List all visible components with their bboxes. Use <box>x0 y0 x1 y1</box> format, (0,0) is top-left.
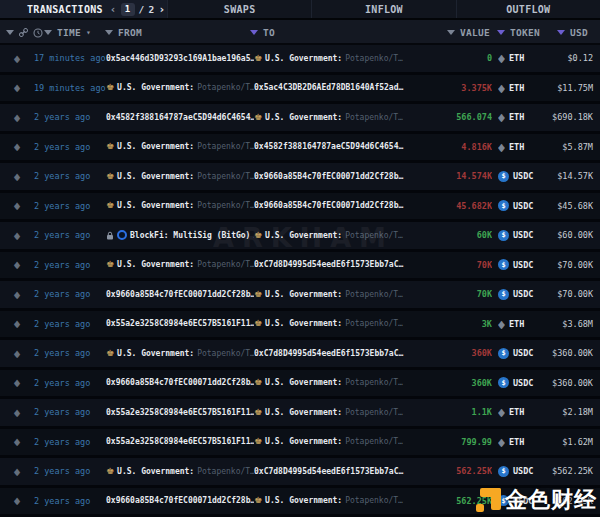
table-row[interactable]: ◆2 years ago♚U.S. Government:Potapenko/T… <box>0 252 600 282</box>
tx-time[interactable]: 2 years ago <box>34 496 106 506</box>
tx-from[interactable]: ♚U.S. Government:Potapenko/T… <box>106 142 254 151</box>
col-to[interactable]: TO <box>250 20 275 45</box>
tx-from[interactable]: ♚U.S. Government:Potapenko/T… <box>106 172 254 181</box>
table-row[interactable]: ◆2 years ago0x55a2e3258C8984e6EC57B5161F… <box>0 311 600 341</box>
tx-to[interactable]: 0xC7d8D4995d54eedE6f1573Ebb7aC… <box>254 349 438 358</box>
tx-time[interactable]: 2 years ago <box>34 260 106 270</box>
tx-to[interactable]: ♚U.S. Government:Potapenko/T… <box>254 231 438 240</box>
filter-icon[interactable] <box>6 30 14 35</box>
table-row[interactable]: ◆2 years ago0x9660a85B4c70fEC00071dd2Cf2… <box>0 488 600 517</box>
table-row[interactable]: ◆17 minutes ago0x5ac446d3D93293c169A1bae… <box>0 45 600 75</box>
tx-value: 60K <box>438 230 492 240</box>
clock-icon[interactable] <box>33 28 43 38</box>
tx-time[interactable]: 2 years ago <box>34 378 106 388</box>
table-row[interactable]: ◆19 minutes ago♚U.S. Government:Potapenk… <box>0 75 600 105</box>
tx-to[interactable]: ♚U.S. Government:Potapenko/T… <box>254 437 438 446</box>
tab-outflow[interactable]: OUTFLOW <box>457 0 600 18</box>
table-row[interactable]: ◆2 years ago♚U.S. Government:Potapenko/T… <box>0 458 600 488</box>
token-label: ETH <box>509 83 524 93</box>
col-value[interactable]: VALUE <box>447 20 490 45</box>
table-row[interactable]: ◆2 years ago0x9660a85B4c70fEC00071dd2Cf2… <box>0 370 600 400</box>
table-row[interactable]: ◆2 years ago♚U.S. Government:Potapenko/T… <box>0 340 600 370</box>
col-token[interactable]: TOKEN <box>497 20 540 45</box>
value-filter-icon[interactable] <box>447 30 455 35</box>
tx-to[interactable]: 0xC7d8D4995d54eedE6f1573Ebb7aC… <box>254 467 438 476</box>
tx-time[interactable]: 2 years ago <box>34 230 106 240</box>
tx-time[interactable]: 2 years ago <box>34 112 106 122</box>
tx-time[interactable]: 2 years ago <box>34 407 106 417</box>
tx-from[interactable]: 0x55a2e3258C8984e6EC57B5161F11… <box>106 319 254 328</box>
token-label: ETH <box>509 112 524 122</box>
tx-to[interactable]: 0xC7d8D4995d54eedE6f1573Ebb7aC… <box>254 260 438 269</box>
page-next-icon[interactable]: › <box>159 3 166 16</box>
table-row[interactable]: ◆2 years ago0x55a2e3258C8984e6EC57B5161F… <box>0 429 600 459</box>
table-row[interactable]: ◆2 years ago♚U.S. Government:Potapenko/T… <box>0 134 600 164</box>
tx-to[interactable]: ♚U.S. Government:Potapenko/T… <box>254 496 438 505</box>
ethereum-chain-icon: ◆ <box>14 172 20 181</box>
tx-from[interactable]: 0x5ac446d3D93293c169A1bae196a5… <box>106 54 254 63</box>
tx-time[interactable]: 17 minutes ago <box>34 53 106 63</box>
tab-transactions[interactable]: TRANSACTIONS ‹ 1 / 2 › <box>0 0 168 18</box>
tx-from[interactable]: 0x4582f388164787aeC5D94d6C4654… <box>106 113 254 122</box>
tx-time[interactable]: 2 years ago <box>34 466 106 476</box>
tx-from[interactable]: 0x55a2e3258C8984e6EC57B5161F11… <box>106 437 254 446</box>
tx-from[interactable]: ♚U.S. Government:Potapenko/T… <box>106 201 254 210</box>
eth-token-icon: ◆ <box>498 407 505 417</box>
tx-from[interactable]: 0x55a2e3258C8984e6EC57B5161F11… <box>106 408 254 417</box>
tx-value: 562.25K <box>438 466 492 476</box>
sort-caret-icon[interactable]: ▾ <box>86 28 91 37</box>
from-name: U.S. Government: <box>117 349 194 358</box>
tx-from[interactable]: 0x9660a85B4c70fEC00071dd2Cf28b… <box>106 290 254 299</box>
tx-to[interactable]: 0x9660a85B4c70fEC00071dd2Cf28b… <box>254 201 438 210</box>
token-filter-icon[interactable] <box>497 30 505 35</box>
tx-time[interactable]: 19 minutes ago <box>34 83 106 93</box>
time-filter-icon[interactable] <box>44 30 52 35</box>
link-icon[interactable] <box>19 28 28 37</box>
tx-from[interactable]: ♚U.S. Government:Potapenko/T… <box>106 83 254 92</box>
usdc-token-icon: $ <box>498 171 509 182</box>
tx-to[interactable]: ♚U.S. Government:Potapenko/T… <box>254 378 438 387</box>
table-row[interactable]: ◆2 years ago♚U.S. Government:Potapenko/T… <box>0 163 600 193</box>
tx-time[interactable]: 2 years ago <box>34 142 106 152</box>
table-row[interactable]: ◆2 years ago0x9660a85B4c70fEC00071dd2Cf2… <box>0 281 600 311</box>
tx-from[interactable]: BlockFi: MultiSig (BitGo)… <box>106 230 254 240</box>
tx-time[interactable]: 2 years ago <box>34 348 106 358</box>
tx-from[interactable]: 0x9660a85B4c70fEC00071dd2Cf28b… <box>106 378 254 387</box>
to-name: 0x9660a85B4c70fEC00071dd2Cf28b… <box>254 201 403 210</box>
to-subname: Potapenko/T… <box>345 54 403 63</box>
page-current[interactable]: 1 <box>121 3 135 16</box>
tx-from[interactable]: 0x9660a85B4c70fEC00071dd2Cf28b… <box>106 496 254 505</box>
ethereum-chain-icon: ◆ <box>14 319 20 328</box>
tx-to[interactable]: ♚U.S. Government:Potapenko/T… <box>254 408 438 417</box>
table-row[interactable]: ◆2 years ago♚U.S. Government:Potapenko/T… <box>0 193 600 223</box>
usd-filter-icon[interactable] <box>557 30 565 35</box>
table-row[interactable]: ◆2 years ago0x4582f388164787aeC5D94d6C46… <box>0 104 600 134</box>
col-from[interactable]: FROM <box>105 20 142 45</box>
tx-to[interactable]: 0x4582f388164787aeC5D94d6C4654… <box>254 142 438 151</box>
tab-swaps[interactable]: SWAPS <box>168 0 312 18</box>
table-row[interactable]: ◆2 years ago0x55a2e3258C8984e6EC57B5161F… <box>0 399 600 429</box>
page-prev-icon[interactable]: ‹ <box>110 3 117 16</box>
tx-time[interactable]: 2 years ago <box>34 289 106 299</box>
col-usd[interactable]: USD <box>557 20 588 45</box>
tx-to[interactable]: ♚U.S. Government:Potapenko/T… <box>254 54 438 63</box>
tx-time[interactable]: 2 years ago <box>34 201 106 211</box>
tx-usd: $60.00K <box>542 230 600 240</box>
tab-inflow[interactable]: INFLOW <box>312 0 456 18</box>
col-time[interactable]: TIME ▾ <box>44 20 91 45</box>
from-filter-icon[interactable] <box>105 30 113 35</box>
tx-time[interactable]: 2 years ago <box>34 171 106 181</box>
tx-time[interactable]: 2 years ago <box>34 319 106 329</box>
to-filter-icon[interactable] <box>250 30 258 35</box>
table-row[interactable]: ◆2 years agoBlockFi: MultiSig (BitGo)…♚U… <box>0 222 600 252</box>
tx-to[interactable]: 0x5ac4C3DB2D6AEd78DB1640Af52ad… <box>254 83 438 92</box>
tx-to[interactable]: ♚U.S. Government:Potapenko/T… <box>254 290 438 299</box>
tx-to[interactable]: ♚U.S. Government:Potapenko/T… <box>254 319 438 328</box>
usdc-token-icon: $ <box>498 466 509 477</box>
tx-from[interactable]: ♚U.S. Government:Potapenko/T… <box>106 467 254 476</box>
tx-time[interactable]: 2 years ago <box>34 437 106 447</box>
tx-from[interactable]: ♚U.S. Government:Potapenko/T… <box>106 260 254 269</box>
tx-from[interactable]: ♚U.S. Government:Potapenko/T… <box>106 349 254 358</box>
tx-to[interactable]: 0x9660a85B4c70fEC00071dd2Cf28b… <box>254 172 438 181</box>
tx-to[interactable]: ♚U.S. Government:Potapenko/T… <box>254 113 438 122</box>
